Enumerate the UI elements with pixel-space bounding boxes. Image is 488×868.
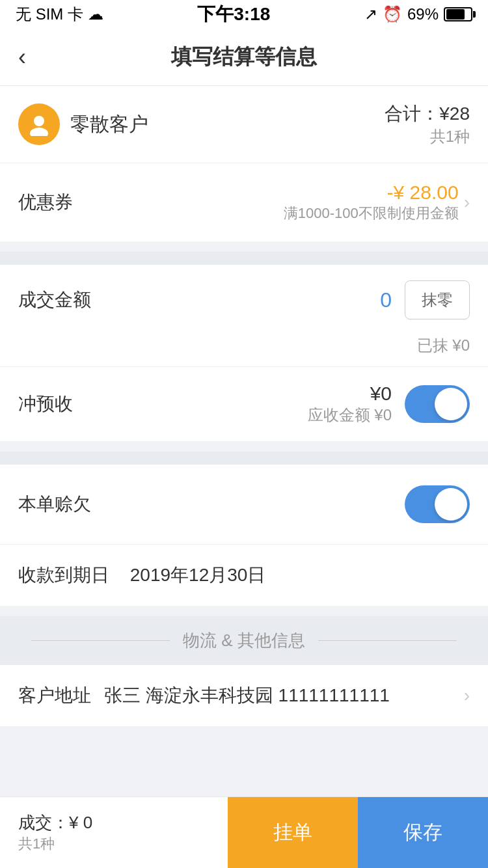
due-date-label: 收款到期日 (18, 565, 109, 585)
coupon-row[interactable]: 优惠券 -¥ 28.00 满1000-100不限制使用金额 › (0, 163, 488, 241)
divider-2 (0, 452, 488, 465)
bottom-bar: 成交：¥ 0 共1种 挂单 保存 (0, 796, 488, 868)
total-amount: 合计：¥28 (385, 102, 470, 126)
transaction-value[interactable]: 0 (380, 288, 392, 312)
debt-toggle-knob (435, 488, 467, 521)
logistics-section-header: 物流 & 其他信息 (0, 616, 488, 665)
divider-1 (0, 252, 488, 265)
due-date-row: 收款到期日 2019年12月30日 (0, 544, 488, 606)
status-time: 下午3:18 (197, 2, 270, 27)
coupon-right: -¥ 28.00 满1000-100不限制使用金额 › (284, 182, 470, 223)
transaction-row: 成交金额 0 抹零 (0, 265, 488, 335)
battery-percentage: 69% (407, 5, 439, 23)
transaction-label: 成交金额 (18, 288, 91, 312)
battery-icon (444, 7, 472, 21)
hang-order-button[interactable]: 挂单 (228, 797, 358, 868)
precollect-label: 冲预收 (18, 392, 73, 416)
transaction-section: 成交金额 0 抹零 已抹 ¥0 冲预收 ¥0 应收金额 ¥0 (0, 265, 488, 441)
address-label: 客户地址 (18, 683, 91, 708)
precollect-main-amount: ¥0 (308, 383, 392, 405)
toggle-knob (435, 388, 467, 420)
customer-section: 零散客户 合计：¥28 共1种 优惠券 -¥ 28.00 满1000-100不限… (0, 86, 488, 241)
total-count: 共1种 (385, 126, 470, 147)
precollect-sub-amount: 应收金额 ¥0 (308, 405, 392, 426)
customer-left: 零散客户 (18, 103, 148, 145)
bottom-deal-amount: 成交：¥ 0 (18, 811, 210, 834)
save-button[interactable]: 保存 (358, 797, 488, 868)
customer-right: 合计：¥28 共1种 (385, 102, 470, 147)
precollect-amounts: ¥0 应收金额 ¥0 (308, 383, 392, 426)
precollect-right: ¥0 应收金额 ¥0 (308, 383, 470, 426)
coupon-label: 优惠券 (18, 190, 73, 215)
coupon-discount: -¥ 28.00 (284, 182, 459, 204)
round-zero-button[interactable]: 抹零 (405, 280, 470, 319)
status-left: 无 SIM 卡 ☁ (16, 4, 103, 25)
bottom-deal-count: 共1种 (18, 834, 210, 854)
transaction-sub-row: 已抹 ¥0 (0, 335, 488, 366)
back-button[interactable]: ‹ (18, 44, 26, 71)
customer-row: 零散客户 合计：¥28 共1种 (0, 86, 488, 163)
precollect-row: 冲预收 ¥0 应收金额 ¥0 (0, 366, 488, 441)
svg-point-1 (30, 128, 48, 136)
debt-section: 本单赊欠 收款到期日 2019年12月30日 (0, 465, 488, 606)
customer-name: 零散客户 (70, 111, 148, 138)
status-right: ↗ ⏰ 69% (364, 5, 472, 23)
alarm-icon: ⏰ (383, 5, 402, 23)
bottom-deal-label: 成交： (18, 813, 69, 832)
debt-toggle[interactable] (405, 485, 470, 523)
transaction-sub-label: 已抹 ¥0 (417, 335, 470, 356)
due-date-value: 2019年12月30日 (130, 565, 266, 585)
coupon-info: -¥ 28.00 满1000-100不限制使用金额 (284, 182, 459, 223)
sim-label: 无 SIM 卡 ☁ (16, 4, 103, 25)
chevron-right-icon: › (464, 192, 470, 213)
location-icon: ↗ (364, 5, 377, 23)
svg-point-0 (34, 116, 44, 126)
coupon-description: 满1000-100不限制使用金额 (284, 204, 459, 223)
bottom-deal-value: ¥ 0 (69, 813, 92, 832)
precollect-toggle[interactable] (405, 385, 470, 423)
address-row[interactable]: 客户地址 张三 海淀永丰科技园 11111111111 › (0, 665, 488, 726)
avatar (18, 103, 60, 145)
transaction-right: 0 抹零 (380, 280, 470, 319)
address-section: 客户地址 张三 海淀永丰科技园 11111111111 › (0, 665, 488, 726)
logistics-label: 物流 & 其他信息 (183, 629, 305, 652)
status-bar: 无 SIM 卡 ☁ 下午3:18 ↗ ⏰ 69% (0, 0, 488, 29)
debt-row: 本单赊欠 (0, 465, 488, 544)
address-chevron-icon: › (464, 685, 470, 706)
address-value: 张三 海淀永丰科技园 11111111111 (104, 683, 464, 708)
nav-bar: ‹ 填写结算等信息 (0, 29, 488, 86)
bottom-info: 成交：¥ 0 共1种 (0, 797, 228, 868)
page-title: 填写结算等信息 (171, 43, 317, 72)
debt-label: 本单赊欠 (18, 492, 91, 517)
